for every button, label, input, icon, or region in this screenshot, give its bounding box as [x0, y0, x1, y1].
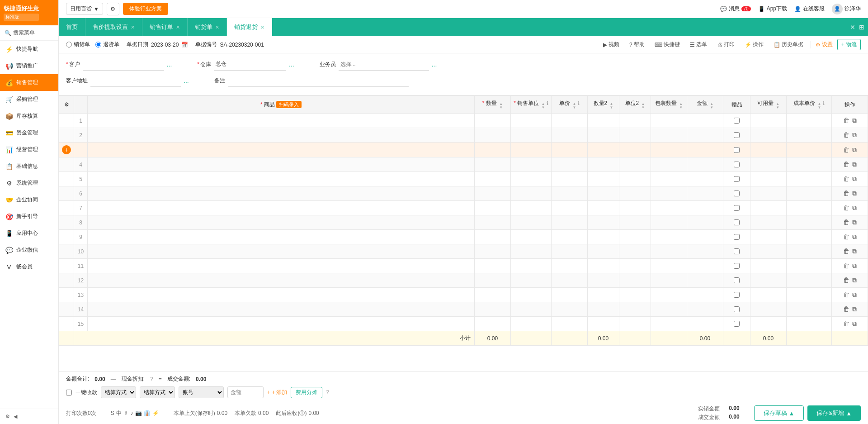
row-unit2-cell[interactable] — [619, 128, 651, 143]
sidebar-item-wechat[interactable]: 💬 企业微信 — [0, 242, 58, 258]
sidebar-item-shortcut[interactable]: ⚡ 快捷导航 — [0, 41, 58, 57]
remark-input[interactable] — [228, 74, 409, 87]
warehouse-dots[interactable]: ... — [289, 61, 294, 68]
row-cost-cell[interactable] — [787, 128, 832, 143]
copy-row-btn[interactable]: ⧉ — [852, 320, 857, 328]
sidebar-item-member[interactable]: V 畅会员 — [0, 258, 58, 275]
settings-icon[interactable]: ⚙ — [64, 101, 69, 108]
tab-sales-delivery[interactable]: 销货单 ✕ — [188, 18, 227, 36]
tab-sales-return[interactable]: 销货退货 ✕ — [227, 18, 272, 36]
row-available-cell[interactable] — [750, 114, 787, 128]
sidebar-item-finance[interactable]: 💳 资金管理 — [0, 124, 58, 141]
search-menu[interactable]: 🔍 搜索菜单 — [0, 25, 58, 41]
app-download-btn[interactable]: 📱 App下载 — [758, 5, 787, 13]
taskbar-icon-5[interactable]: 📷 — [135, 410, 142, 416]
sidebar-item-system[interactable]: ⚙ 系统管理 — [0, 175, 58, 191]
tab-home[interactable]: 首页 — [59, 18, 85, 36]
product-input-active[interactable] — [90, 147, 472, 153]
row-available-cell[interactable] — [750, 143, 787, 157]
copy-row-btn[interactable]: ⧉ — [852, 291, 857, 299]
row-unit2-cell[interactable] — [619, 143, 651, 157]
settings-icon[interactable]: ⚙ — [5, 414, 10, 419]
discount-help-icon[interactable]: ? — [150, 376, 153, 382]
gift-checkbox[interactable] — [734, 234, 740, 240]
row-amount-cell[interactable] — [687, 143, 723, 157]
copy-row-btn[interactable]: ⧉ — [852, 175, 857, 183]
daily-selector[interactable]: 日用百货 ▼ — [66, 3, 103, 15]
delete-row-btn[interactable]: 🗑 — [843, 117, 849, 124]
copy-row-btn[interactable]: ⧉ — [852, 248, 857, 255]
row-product-cell[interactable] — [88, 114, 475, 128]
expand-tab-btn[interactable]: ⊞ — [859, 24, 864, 31]
tab-sales-return-close[interactable]: ✕ — [260, 24, 264, 30]
delete-row-btn[interactable]: 🗑 — [843, 291, 849, 299]
copy-row-btn[interactable]: ⧉ — [852, 305, 857, 313]
gift-checkbox[interactable] — [734, 132, 740, 138]
row-cost-cell[interactable] — [787, 114, 832, 128]
customer-dots[interactable]: ... — [167, 61, 172, 68]
delete-row-btn[interactable]: 🗑 — [843, 305, 849, 313]
copy-row-btn[interactable]: ⧉ — [852, 190, 857, 197]
video-btn[interactable]: ▶ 视频 — [600, 39, 622, 50]
draft-dropdown-icon[interactable]: ▲ — [789, 410, 795, 417]
add-payment-btn[interactable]: + + 添加 — [267, 389, 287, 396]
settings-link[interactable]: ⚙ 设置 — [816, 41, 833, 48]
row-pack-cell[interactable] — [651, 128, 687, 143]
delete-row-btn[interactable]: 🗑 — [843, 131, 849, 139]
messages-btn[interactable]: 💬 消息 70 — [720, 5, 751, 13]
tab-sales-order[interactable]: 销售订单 ✕ — [142, 18, 188, 36]
payment-method-select[interactable]: 结算方式 — [140, 386, 175, 398]
row-price-cell[interactable] — [552, 143, 588, 157]
radio-return-input[interactable] — [95, 42, 101, 48]
account-select[interactable]: 账号 — [179, 386, 224, 398]
gift-checkbox[interactable] — [734, 277, 740, 283]
row-gift-cell[interactable] — [723, 114, 750, 128]
row-pack-cell[interactable] — [651, 114, 687, 128]
delete-row-btn[interactable]: 🗑 — [843, 190, 849, 197]
gift-checkbox[interactable] — [734, 263, 740, 269]
save-new-btn[interactable]: 保存&新增 ▲ — [807, 405, 861, 421]
sidebar-item-apps[interactable]: 📱 应用中心 — [0, 225, 58, 242]
row-cost-cell[interactable] — [787, 143, 832, 157]
copy-row-btn[interactable]: ⧉ — [852, 276, 857, 284]
copy-row-btn[interactable]: ⧉ — [852, 117, 857, 124]
delete-row-btn[interactable]: 🗑 — [843, 204, 849, 212]
taskbar-icon-4[interactable]: ♪ — [131, 410, 133, 416]
gift-checkbox[interactable] — [734, 118, 740, 124]
row-available-cell[interactable] — [750, 128, 787, 143]
unit2-sort[interactable]: ▲▼ — [642, 102, 645, 110]
customer-input[interactable] — [83, 58, 164, 71]
gift-checkbox[interactable] — [734, 219, 740, 225]
row-qty2-cell[interactable] — [588, 114, 619, 128]
close-tab-btn[interactable]: ✕ — [850, 24, 855, 31]
fee-split-btn[interactable]: 费用分摊 — [291, 387, 322, 398]
qty-sort[interactable]: ▲▼ — [499, 102, 503, 110]
address-input[interactable] — [90, 74, 181, 87]
taskbar-icon-7[interactable]: ⚡ — [152, 410, 159, 416]
row-price-cell[interactable] — [552, 114, 588, 128]
delete-row-btn[interactable]: 🗑 — [843, 248, 849, 255]
tab-sales-order-close[interactable]: ✕ — [176, 24, 180, 30]
radio-return[interactable]: 退货单 — [95, 41, 119, 48]
gift-checkbox[interactable] — [734, 147, 740, 153]
save-dropdown-icon[interactable]: ▲ — [846, 410, 852, 417]
row-product-cell[interactable] — [88, 143, 475, 157]
copy-row-btn[interactable]: ⧉ — [852, 262, 857, 270]
delete-row-btn[interactable]: 🗑 — [843, 146, 849, 154]
col-settings[interactable]: ⚙ — [59, 96, 74, 114]
print-btn[interactable]: 🖨 打印 — [714, 39, 737, 50]
taskbar-icon-3[interactable]: 🎙 — [123, 410, 129, 416]
sidebar-item-basic[interactable]: 📋 基础信息 — [0, 158, 58, 175]
copy-row-btn[interactable]: ⧉ — [852, 131, 857, 139]
qty2-sort[interactable]: ▲▼ — [610, 102, 613, 110]
row-price-cell[interactable] — [552, 128, 588, 143]
sidebar-item-enterprise[interactable]: 🤝 企业协同 — [0, 191, 58, 208]
gift-checkbox[interactable] — [734, 205, 740, 211]
settlement-method-select[interactable]: 结算方式 — [101, 386, 136, 398]
sidebar-item-operation[interactable]: 📊 经营管理 — [0, 141, 58, 158]
copy-row-btn[interactable]: ⧉ — [852, 204, 857, 212]
tab-price-settings[interactable]: 售价提取设置 ✕ — [85, 18, 142, 36]
gift-checkbox[interactable] — [734, 321, 740, 327]
add-logistics-btn[interactable]: + 物流 — [837, 39, 861, 50]
taskbar-icon-1[interactable]: S — [111, 410, 114, 416]
